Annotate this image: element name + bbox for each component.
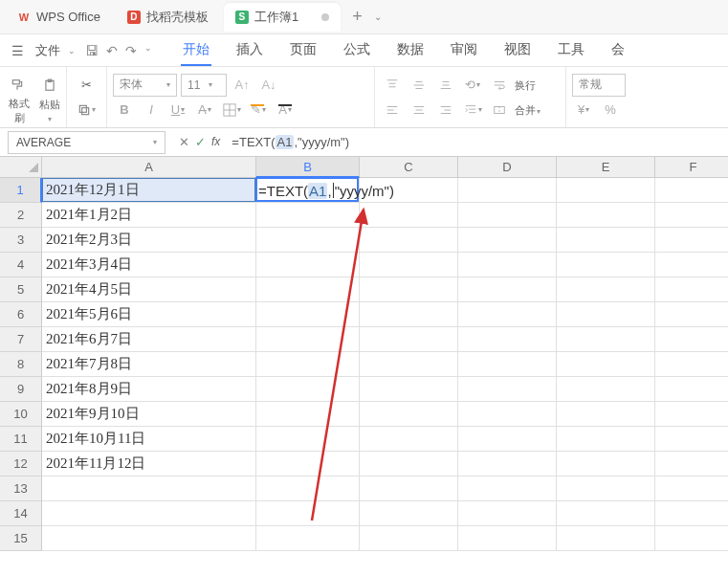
- cell[interactable]: [360, 476, 458, 501]
- indent-icon[interactable]: ▾: [461, 99, 484, 122]
- cell[interactable]: [458, 501, 557, 526]
- cell[interactable]: [655, 476, 728, 501]
- cell[interactable]: 2021年9月10日: [42, 402, 256, 427]
- cell[interactable]: [256, 526, 360, 551]
- menu-item-8[interactable]: 会: [609, 35, 627, 66]
- cell[interactable]: [458, 253, 557, 277]
- cell[interactable]: [256, 427, 360, 452]
- cell[interactable]: [458, 302, 557, 327]
- cell[interactable]: [360, 526, 458, 551]
- cell[interactable]: [360, 302, 458, 327]
- row-header[interactable]: 6: [0, 302, 42, 327]
- redo-icon[interactable]: ↷: [125, 43, 137, 58]
- align-bottom-icon[interactable]: [434, 74, 457, 97]
- align-right-icon[interactable]: [434, 99, 457, 122]
- cell[interactable]: 2021年2月3日: [42, 228, 256, 253]
- percent-button[interactable]: %: [599, 99, 622, 122]
- row-header[interactable]: 15: [0, 526, 42, 551]
- cell[interactable]: 2021年6月7日: [42, 327, 256, 352]
- underline-button[interactable]: U▾: [166, 99, 189, 122]
- cell[interactable]: [655, 327, 728, 352]
- cell[interactable]: [360, 203, 458, 228]
- cell[interactable]: [458, 402, 557, 427]
- row-header[interactable]: 9: [0, 377, 42, 402]
- app-tab[interactable]: D找稻壳模板: [116, 3, 220, 32]
- cell[interactable]: [42, 526, 256, 551]
- cell[interactable]: [557, 302, 655, 327]
- cell[interactable]: [655, 377, 728, 402]
- cell[interactable]: [557, 402, 655, 427]
- row-header[interactable]: 1: [0, 178, 42, 203]
- cell[interactable]: [557, 377, 655, 402]
- column-header[interactable]: E: [557, 157, 655, 178]
- font-size-select[interactable]: 11▾: [181, 74, 227, 97]
- cell[interactable]: [655, 526, 728, 551]
- cell[interactable]: [458, 476, 557, 501]
- cell[interactable]: [655, 228, 728, 253]
- cell[interactable]: [256, 476, 360, 501]
- cell[interactable]: [557, 501, 655, 526]
- app-tab[interactable]: WWPS Office: [6, 3, 112, 32]
- cell[interactable]: [256, 228, 360, 253]
- menu-item-0[interactable]: 开始: [181, 35, 211, 66]
- cell[interactable]: [458, 228, 557, 253]
- row-header[interactable]: 3: [0, 228, 42, 253]
- formula-bar-input[interactable]: =TEXT(A1,"yyyy/m"): [226, 135, 728, 149]
- cell[interactable]: [256, 203, 360, 228]
- cell[interactable]: [655, 203, 728, 228]
- file-menu[interactable]: 文件: [30, 42, 66, 59]
- cell[interactable]: [360, 253, 458, 277]
- cell[interactable]: [458, 327, 557, 352]
- cell[interactable]: [557, 253, 655, 277]
- strikethrough-button[interactable]: A̶▾: [193, 99, 216, 122]
- row-header[interactable]: 7: [0, 327, 42, 352]
- font-family-select[interactable]: 宋体▾: [113, 74, 177, 97]
- cell[interactable]: 2021年5月6日: [42, 302, 256, 327]
- cell[interactable]: 2021年1月2日: [42, 203, 256, 228]
- align-middle-icon[interactable]: [408, 74, 430, 97]
- cell[interactable]: [256, 327, 360, 352]
- cell[interactable]: [458, 203, 557, 228]
- cell[interactable]: [360, 352, 458, 377]
- cell[interactable]: [557, 203, 655, 228]
- cell[interactable]: [42, 501, 256, 526]
- cell[interactable]: [557, 476, 655, 501]
- cell[interactable]: [557, 352, 655, 377]
- cell[interactable]: [655, 402, 728, 427]
- cell[interactable]: [557, 526, 655, 551]
- cell[interactable]: [458, 377, 557, 402]
- menu-item-2[interactable]: 页面: [288, 35, 319, 66]
- fill-color-button[interactable]: ✎▾: [247, 99, 270, 122]
- cell[interactable]: [557, 228, 655, 253]
- decrease-font-icon[interactable]: A↓: [257, 74, 280, 97]
- cell-edit-formula[interactable]: =TEXT(A1,"yyyy/m"): [258, 178, 394, 203]
- new-tab-button[interactable]: +: [344, 7, 370, 27]
- cell[interactable]: [458, 352, 557, 377]
- cell[interactable]: [360, 452, 458, 476]
- cell[interactable]: 2021年3月4日: [42, 253, 256, 277]
- cell[interactable]: [256, 352, 360, 377]
- row-header[interactable]: 11: [0, 427, 42, 452]
- cell[interactable]: [655, 253, 728, 277]
- column-header[interactable]: F: [655, 157, 728, 178]
- cell[interactable]: [256, 402, 360, 427]
- cell[interactable]: [458, 427, 557, 452]
- cell[interactable]: [458, 452, 557, 476]
- orientation-icon[interactable]: ⟲▾: [461, 74, 484, 97]
- row-header[interactable]: 14: [0, 501, 42, 526]
- font-color-button[interactable]: A▾: [274, 99, 297, 122]
- align-top-icon[interactable]: [381, 74, 404, 97]
- number-format-select[interactable]: 常规: [572, 74, 626, 97]
- row-header[interactable]: 8: [0, 352, 42, 377]
- increase-font-icon[interactable]: A↑: [231, 74, 254, 97]
- cell[interactable]: [256, 277, 360, 302]
- cell[interactable]: 2021年4月5日: [42, 277, 256, 302]
- undo-icon[interactable]: ↶: [106, 43, 118, 58]
- menu-item-5[interactable]: 审阅: [449, 35, 479, 66]
- merge-label[interactable]: 合并▾: [515, 103, 540, 118]
- cell[interactable]: [557, 327, 655, 352]
- cell[interactable]: [557, 452, 655, 476]
- spreadsheet-grid[interactable]: ABCDEF 123456789101112131415 2021年12月1日2…: [0, 157, 728, 576]
- paste-icon[interactable]: [38, 74, 61, 97]
- cell[interactable]: [360, 277, 458, 302]
